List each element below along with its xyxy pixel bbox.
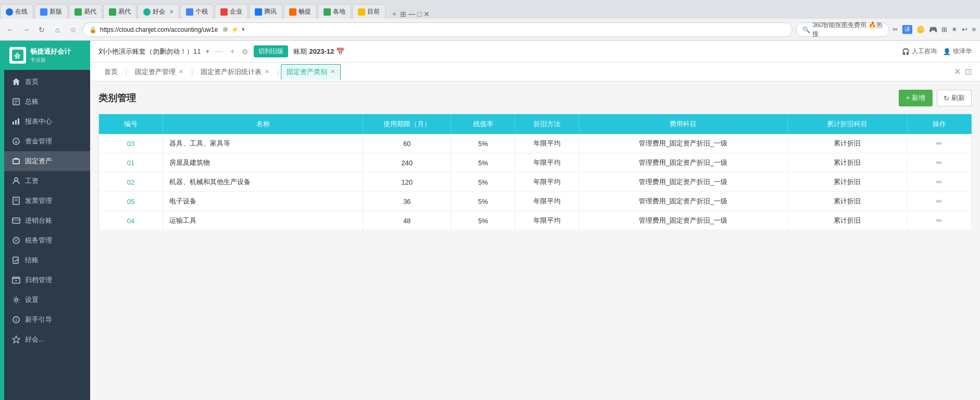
account-menu-icon[interactable]: ⋯ xyxy=(215,46,223,56)
tab-depreciation-stat[interactable]: 固定资产折旧统计表 ✕ xyxy=(195,64,275,80)
cell-accu: 累计折旧 xyxy=(787,153,908,173)
expand-icon[interactable]: ▾ xyxy=(242,26,245,33)
edit-icon[interactable]: ✏ xyxy=(936,216,942,225)
back-button[interactable]: ← xyxy=(4,23,17,36)
home-button[interactable]: ⌂ xyxy=(51,23,64,36)
switch-old-version-button[interactable]: 切到旧版 xyxy=(254,45,288,57)
window-close-icon[interactable]: ✕ xyxy=(954,67,961,77)
history-icon[interactable]: ↩ xyxy=(962,26,967,33)
contact-button[interactable]: 🎧 人工咨询 xyxy=(902,47,937,56)
game-icon[interactable]: 🎮 xyxy=(929,26,937,33)
col-header-action: 操作 xyxy=(908,114,972,135)
close-window-btn[interactable]: ✕ xyxy=(424,10,430,18)
edit-icon[interactable]: ✏ xyxy=(936,178,942,186)
tab-menu-btn[interactable]: ⊞ xyxy=(400,10,406,18)
logo-text-area: 畅捷通好会计 专业版 xyxy=(30,47,71,64)
breadcrumb-tabs: 首页 | 固定资产管理 ✕ | 固定资产折旧统计表 ✕ | 固定资产类别 ✕ ✕… xyxy=(90,63,980,81)
tab-home[interactable]: 首页 xyxy=(98,64,123,80)
grid-icon[interactable]: ⊞ xyxy=(941,26,947,33)
browser-tab-gedi[interactable]: 各地 xyxy=(318,4,351,19)
add-account-icon[interactable]: ＋ xyxy=(228,46,237,57)
window-expand-icon[interactable]: ⊡ xyxy=(965,67,972,77)
cell-rate: 5% xyxy=(451,192,515,211)
search-box[interactable]: 🔍 360智能抠图免费用 🔥热搜 xyxy=(796,22,889,37)
svg-rect-8 xyxy=(18,118,19,125)
minimize-btn[interactable]: ─ xyxy=(408,9,415,19)
sidebar-item-label: 资金管理 xyxy=(25,137,52,146)
settings-account-icon[interactable]: ⚙ xyxy=(242,47,249,56)
address-input[interactable]: 🔒 https://cloud.chanjet.com/accounting/u… xyxy=(82,22,792,37)
sidebar-item-home[interactable]: 首页 xyxy=(4,72,90,92)
tab-asset-mgmt-close[interactable]: ✕ xyxy=(179,68,183,75)
edit-icon[interactable]: ✏ xyxy=(936,197,942,205)
browser-tab-yidai2[interactable]: 易代 xyxy=(103,4,137,19)
theme-icon[interactable]: ☀ xyxy=(951,26,958,33)
svg-rect-6 xyxy=(13,122,14,125)
browser-tab-online[interactable]: 在线 xyxy=(0,4,33,19)
sidebar-item-asset[interactable]: 固定资产 xyxy=(4,151,90,171)
menu-icon[interactable]: ≡ xyxy=(972,26,976,33)
sidebar-item-settings[interactable]: 设置 xyxy=(4,290,90,310)
refresh-button[interactable]: ↻ 刷新 xyxy=(937,90,972,106)
browser-tab-qiye[interactable]: 企业 xyxy=(215,4,248,19)
logo-subtitle: 专业版 xyxy=(30,56,71,64)
browser-tab-muqian[interactable]: 目前 xyxy=(352,4,386,19)
user-area[interactable]: 👤 徐泽华 xyxy=(943,47,972,56)
forward-button[interactable]: → xyxy=(20,23,32,36)
asset-icon xyxy=(11,156,21,166)
browser-tab-geshuui[interactable]: 个税 xyxy=(180,4,214,19)
tab-close-icon[interactable]: ✕ xyxy=(169,9,173,15)
cell-id[interactable]: 05 xyxy=(99,192,163,211)
sidebar-item-report[interactable]: 报表中心 xyxy=(4,112,90,131)
col-header-expense: 费用科目 xyxy=(579,114,787,135)
cell-rate: 5% xyxy=(451,153,515,173)
cell-id[interactable]: 02 xyxy=(99,173,163,192)
sidebar-item-money[interactable]: ¥ 资金管理 xyxy=(4,131,90,151)
sidebar-item-stock[interactable]: 进销台账 xyxy=(4,211,90,231)
maximize-btn[interactable]: □ xyxy=(417,10,421,18)
cell-expense: 管理费用_固定资产折旧_一级 xyxy=(579,134,787,153)
refresh-label: 刷新 xyxy=(951,93,965,103)
cell-expense: 管理费用_固定资产折旧_一级 xyxy=(579,153,787,173)
sidebar-item-star[interactable]: 好会... xyxy=(4,330,90,349)
dropdown-arrow-icon[interactable]: ▾ xyxy=(206,47,209,55)
coupon-icon[interactable]: 🪙 xyxy=(916,26,925,33)
reload-button[interactable]: ↻ xyxy=(35,23,48,36)
bookmark-button[interactable]: ☆ xyxy=(67,23,79,36)
edit-icon[interactable]: ✏ xyxy=(936,139,942,148)
cut-icon[interactable]: ✂ xyxy=(892,26,898,33)
browser-tab-yidai1[interactable]: 易代 xyxy=(69,4,102,19)
tab-asset-category-close[interactable]: ✕ xyxy=(330,68,335,75)
add-button[interactable]: + 新增 xyxy=(899,90,933,106)
search-text: 360智能抠图免费用 🔥热搜 xyxy=(812,21,883,39)
browser-tab-tencent[interactable]: 腾讯 xyxy=(249,4,282,19)
tab-home-label: 首页 xyxy=(104,67,118,77)
browser-tab-changti[interactable]: 畅提 xyxy=(283,4,317,19)
sidebar-item-guide[interactable]: 新手引导 xyxy=(4,310,90,330)
sidebar-item-invoice[interactable]: 发票管理 xyxy=(4,191,90,211)
browser-tab-new[interactable]: 新版 xyxy=(34,4,68,19)
tab-asset-category[interactable]: 固定资产类别 ✕ xyxy=(281,64,341,80)
browser-tab-haohui[interactable]: 好会 ✕ xyxy=(138,4,179,19)
cell-id[interactable]: 01 xyxy=(99,153,163,173)
tab-asset-mgmt[interactable]: 固定资产管理 ✕ xyxy=(129,64,189,80)
cell-accu: 累计折旧 xyxy=(787,173,908,192)
edit-icon[interactable]: ✏ xyxy=(936,159,942,167)
sidebar-item-closebook[interactable]: 结账 xyxy=(4,250,90,270)
sidebar-item-archive[interactable]: 归档管理 xyxy=(4,270,90,290)
cell-rate: 5% xyxy=(451,134,515,153)
cell-id[interactable]: 04 xyxy=(99,211,163,231)
cell-expense: 管理费用_固定资产折旧_一级 xyxy=(579,192,787,211)
tab-depreciation-stat-close[interactable]: ✕ xyxy=(265,68,269,75)
calendar-icon[interactable]: 📅 xyxy=(336,47,344,55)
cell-id[interactable]: 03 xyxy=(99,134,163,153)
sidebar-item-wage[interactable]: 工资 xyxy=(4,171,90,191)
closebook-icon xyxy=(11,256,21,265)
site-info-icon[interactable]: ⊞ xyxy=(223,26,228,33)
cell-months: 48 xyxy=(363,211,451,231)
sidebar-item-ledger[interactable]: 总账 xyxy=(4,92,90,112)
sidebar-item-tax[interactable]: 税务管理 xyxy=(4,231,90,250)
tab-sep-3: | xyxy=(277,68,279,76)
translate-icon[interactable]: 译 xyxy=(902,25,912,34)
new-tab-btn[interactable]: ＋ xyxy=(391,9,398,19)
